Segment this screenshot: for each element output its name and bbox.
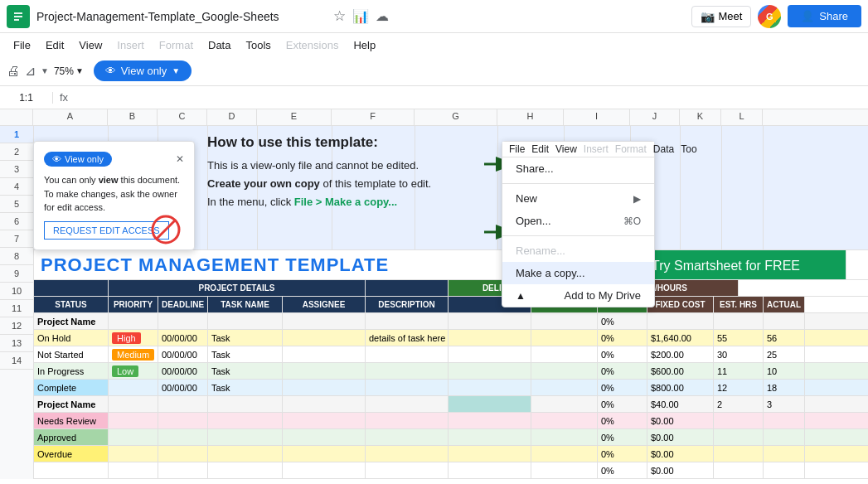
cell-deliv-12[interactable] [531,429,598,445]
cell-hrs-5[interactable] [714,313,764,329]
cell-desc-10[interactable] [366,396,449,412]
menu-edit[interactable]: Edit [39,36,70,54]
cell-desc-11[interactable] [366,413,449,428]
row-num-5[interactable]: 5 [0,196,33,213]
cell-priority-5[interactable] [109,313,158,329]
cell-deadline-5[interactable] [158,313,208,329]
col-header-h[interactable]: H [497,109,564,125]
cell-reference[interactable]: 1:1 [3,92,53,104]
cell-priority-12[interactable] [109,429,158,445]
col-header-c[interactable]: C [158,109,207,125]
cell-task-12[interactable] [208,429,283,445]
cell-fixed-12[interactable]: $0.00 [647,429,714,445]
dd-menu-edit[interactable]: Edit [531,143,549,155]
cell-desc-8[interactable] [366,363,449,379]
cell-hrs-10[interactable]: 2 [714,396,764,412]
cell-assignee-10[interactable] [283,396,366,412]
cell-deliv-7[interactable] [531,346,598,362]
cell-deadline-13[interactable] [158,446,208,462]
cell-task-13[interactable] [208,446,283,462]
cell-assignee-12[interactable] [283,429,366,445]
cell-blank-11[interactable] [449,413,531,428]
cell-fixed-10[interactable]: $40.00 [647,396,714,412]
cell-status-7[interactable]: Not Started [34,346,109,362]
cell-blank-8[interactable] [449,363,531,379]
cell-desc-5[interactable] [366,313,449,329]
share-button[interactable]: 👤 Share [788,5,861,27]
cell-deadline-10[interactable] [158,396,208,412]
view-only-button[interactable]: 👁 View only ▼ [94,60,192,81]
cell-pct-11[interactable]: 0% [598,413,647,428]
col-header-j[interactable]: J [630,109,680,125]
dd-menu-format[interactable]: Format [615,143,647,155]
cell-assignee-11[interactable] [283,413,366,428]
col-header-l[interactable]: L [721,109,763,125]
dd-item-open[interactable]: Open... ⌘O [502,210,654,232]
cell-deadline-7[interactable]: 00/00/00 [158,346,208,362]
cell-actual-13[interactable] [764,446,805,462]
cell-pct-7[interactable]: 0% [598,346,647,362]
dd-menu-data[interactable]: Data [653,143,674,155]
cell-priority-6[interactable]: High [109,330,158,346]
row-num-11[interactable]: 11 [0,300,33,317]
cell-deliv-6[interactable] [531,330,598,346]
row-num-1[interactable]: 1 [0,126,33,143]
cell-pct-8[interactable]: 0% [598,363,647,379]
row-num-9[interactable]: 9 [0,265,33,283]
cell-desc-13[interactable] [366,446,449,462]
cell-deadline-14[interactable] [158,462,208,478]
popup-close-icon[interactable]: ✕ [176,153,184,165]
cell-priority-14[interactable] [109,462,158,478]
cell-actual-10[interactable]: 3 [764,396,805,412]
row-num-3[interactable]: 3 [0,161,33,178]
cell-task-10[interactable] [208,396,283,412]
cell-deliv-9[interactable] [531,380,598,395]
cell-status-11[interactable]: Needs Review [34,413,109,428]
filter-icon[interactable]: ⊿ [25,63,36,79]
cell-deliv-11[interactable] [531,413,598,428]
cell-desc-14[interactable] [366,462,449,478]
cell-hrs-9[interactable]: 12 [714,380,764,395]
dd-item-share[interactable]: Share... [502,157,654,180]
cell-deliv-10[interactable] [531,396,598,412]
dd-menu-view[interactable]: View [555,143,577,155]
cell-blank-7[interactable] [449,346,531,362]
cell-deadline-9[interactable]: 00/00/00 [158,380,208,395]
cell-pct-13[interactable]: 0% [598,446,647,462]
cell-task-7[interactable]: Task [208,346,283,362]
cell-task-8[interactable]: Task [208,363,283,379]
print-icon[interactable]: 🖨 [7,64,20,79]
cell-fixed-5[interactable] [647,313,714,329]
row-num-2[interactable]: 2 [0,143,33,161]
zoom-control[interactable]: 75% ▼ [54,65,84,77]
cell-deadline-12[interactable] [158,429,208,445]
cell-priority-8[interactable]: Low [109,363,158,379]
cell-fixed-13[interactable]: $0.00 [647,446,714,462]
cell-assignee-8[interactable] [283,363,366,379]
menu-file[interactable]: File [7,36,37,54]
cell-deliv-5[interactable] [531,313,598,329]
cell-hrs-14[interactable] [714,462,764,478]
cell-l1[interactable] [722,126,764,249]
menu-view[interactable]: View [72,36,109,54]
cell-actual-11[interactable] [764,413,805,428]
cell-priority-11[interactable] [109,413,158,428]
cell-pct-10[interactable]: 0% [598,396,647,412]
cell-priority-7[interactable]: Medium [109,346,158,362]
request-edit-button[interactable]: REQUEST EDIT ACCESS [44,221,169,240]
cell-hrs-8[interactable]: 11 [714,363,764,379]
cell-actual-7[interactable]: 25 [764,346,805,362]
row-num-7[interactable]: 7 [0,230,33,248]
cell-deadline-11[interactable] [158,413,208,428]
row-num-4[interactable]: 4 [0,178,33,196]
cell-blank-13[interactable] [449,446,531,462]
cell-actual-9[interactable]: 18 [764,380,805,395]
cell-assignee-13[interactable] [283,446,366,462]
cell-fixed-9[interactable]: $800.00 [647,380,714,395]
col-header-e[interactable]: E [257,109,332,125]
cell-status-9[interactable]: Complete [34,380,109,395]
cell-blank-9[interactable] [449,380,531,395]
star-icon[interactable]: ☆ [333,7,346,25]
cell-fixed-7[interactable]: $200.00 [647,346,714,362]
row-num-13[interactable]: 13 [0,335,33,352]
